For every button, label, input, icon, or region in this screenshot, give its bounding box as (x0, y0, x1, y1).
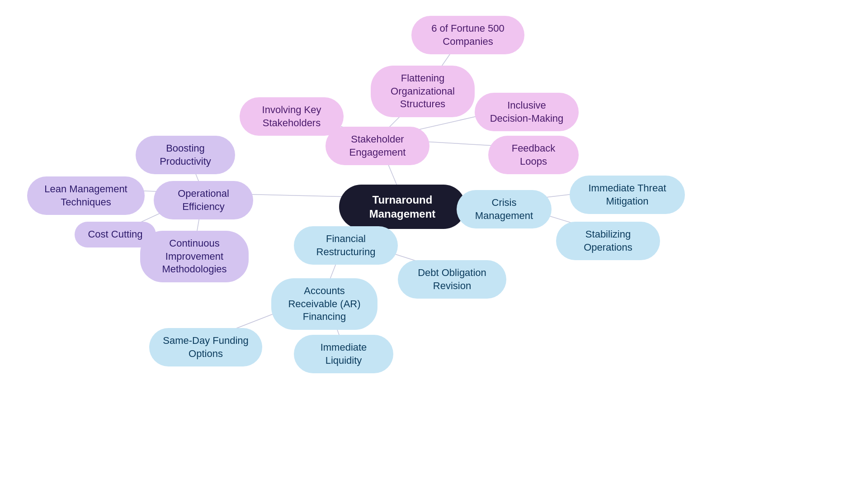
node-inclusive-decision: Inclusive Decision-Making (475, 93, 579, 131)
node-boosting-productivity: Boosting Productivity (136, 136, 235, 174)
node-immediate-liquidity: Immediate Liquidity (294, 335, 393, 373)
node-fortune-500: 6 of Fortune 500 Companies (411, 16, 524, 54)
node-lean-management: Lean Management Techniques (27, 176, 145, 215)
node-flattening-org: Flattening OrganizationalStructures (371, 66, 475, 117)
node-stabilizing-operations: Stabilizing Operations (556, 222, 660, 260)
node-immediate-threat: Immediate Threat Mitigation (570, 176, 685, 214)
node-same-day-funding: Same-Day Funding Options (149, 328, 262, 366)
node-ar-financing: Accounts Receivable (AR)Financing (271, 278, 377, 330)
center-node: Turnaround Management (339, 185, 466, 229)
node-debt-obligation: Debt Obligation Revision (398, 260, 506, 299)
node-feedback-loops: Feedback Loops (488, 136, 579, 174)
node-financial-restructuring: Financial Restructuring (294, 226, 398, 265)
node-continuous-improvement: Continuous ImprovementMethodologies (140, 231, 249, 282)
node-crisis-management: Crisis Management (457, 190, 552, 228)
node-involving-stakeholders: Involving Key Stakeholders (240, 97, 344, 136)
node-operational-efficiency: Operational Efficiency (154, 181, 253, 219)
node-stakeholder-engagement: Stakeholder Engagement (326, 127, 429, 165)
